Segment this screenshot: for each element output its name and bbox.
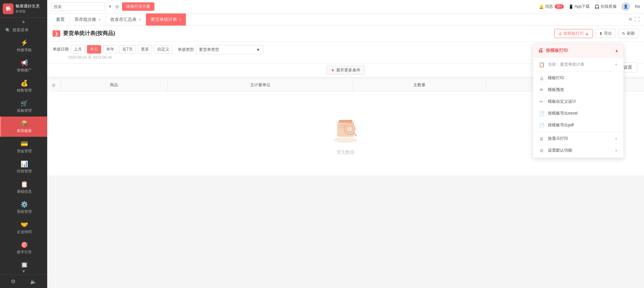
type-filter-controls: 单据类型 要货单类型 ▼	[178, 45, 263, 54]
mobile-icon: 📱	[568, 4, 574, 9]
sidebar-item-guide[interactable]: 🎯 新手引导	[0, 238, 47, 258]
messages-btn[interactable]: 🔔 消息 99+	[539, 4, 564, 9]
tab-receipts-summary[interactable]: 收发存汇总表 ×	[106, 13, 146, 26]
sidebar-search-label: 搜索菜单	[12, 27, 29, 33]
type-filter-value: 要货单类型	[199, 47, 219, 53]
sidebar-item-label: 采购管理	[17, 108, 32, 113]
print-export-excel[interactable]: 📄 按模板导出excel	[533, 107, 623, 119]
topbar-search-input[interactable]	[51, 2, 105, 11]
print-current-icon: 📋	[538, 62, 545, 67]
sidebar-item-marketing[interactable]: 📢 营销推广	[0, 56, 47, 76]
type-filter-label: 单据类型	[178, 47, 194, 53]
app-download-btn[interactable]: 📱 App下载	[568, 4, 590, 9]
tab-order-stats-close[interactable]: ×	[179, 18, 181, 22]
username: Rit	[635, 4, 640, 9]
sidebar-item-inventory[interactable]: 📦 库存核算	[0, 117, 47, 137]
online-service-btn[interactable]: 🎧 在线客服	[594, 4, 617, 9]
trial-btn[interactable]: 体验行业方案	[122, 2, 154, 11]
topbar: ▼ ⚙ 体验行业方案 🔔 消息 99+ 📱 App下载 🎧 在线客服 👤 Rit	[47, 0, 644, 13]
th-product: 商品	[61, 79, 168, 91]
expand-conditions-btn[interactable]: ▼ 展开更多条件	[326, 66, 365, 75]
topbar-dropdown-arrow[interactable]: ▼	[108, 4, 112, 9]
sidebar-item-purchase[interactable]: 🛒 采购管理	[0, 96, 47, 117]
sidebar-item-label: 新手引导	[17, 250, 32, 255]
print-current-label: 当前：要货单统计表	[548, 62, 584, 67]
th-quantity: 主数量	[353, 79, 486, 91]
scroll-up-btn[interactable]: ▲	[0, 18, 47, 25]
sidebar-item-collab[interactable]: 🤝 企业协同	[0, 218, 47, 238]
print-dropdown-header[interactable]: 🖨 按模板打印 ▲	[533, 44, 623, 57]
date-filter-controls: 单据日期 上月 本月 本年 近7天 更多 自定义	[53, 45, 172, 54]
print-export-pdf[interactable]: 📄 按模板导出pdf	[533, 119, 623, 131]
sidebar-item-quick-nav[interactable]: ⚡ 快捷导航	[0, 36, 47, 56]
print-template-preview[interactable]: 👁 模板预览	[533, 84, 623, 96]
sidebar-item-appstore[interactable]: 🔲 应用中心	[0, 258, 47, 268]
expand-tabs-btn[interactable]: ⛶	[635, 16, 640, 23]
tab-order-stats[interactable]: 要货单统计表 ×	[146, 13, 186, 26]
tab-order-stats-label: 要货单统计表	[151, 17, 177, 23]
tab-inventory-batch-close[interactable]: ×	[98, 18, 100, 22]
date-last-7-days-btn[interactable]: 近7天	[119, 45, 136, 54]
settings-bottom-icon[interactable]: ⚙	[11, 278, 16, 285]
finance-icon: 💳	[21, 140, 28, 148]
sidebar-item-finance[interactable]: 💳 资金管理	[0, 137, 47, 157]
sidebar-item-operation[interactable]: 📊 经营管理	[0, 157, 47, 177]
refresh-label: 刷新	[627, 31, 635, 36]
tab-receipts-summary-close[interactable]: ×	[139, 18, 141, 22]
speaker-icon[interactable]: 🔈	[30, 278, 37, 285]
scroll-down-btn[interactable]: ▼	[0, 268, 47, 275]
guide-icon: 🎯	[21, 241, 28, 249]
appstore-icon: 🔲	[21, 261, 28, 268]
tab-inventory-batch-label: 库存批次账	[75, 17, 96, 23]
date-current-year-btn[interactable]: 本年	[103, 45, 117, 54]
purchase-icon: 🛒	[21, 100, 28, 107]
display-print-arrow: ▼	[614, 137, 618, 141]
sidebar-item-system[interactable]: ⚙️ 系统管理	[0, 197, 47, 218]
print-dropdown-menu: 🖨 按模板打印 ▲ 📋 当前：要货单统计表 ▼ 🖨 模板打印 👁 模板预览 ✏ …	[533, 44, 624, 158]
topbar-gear-icon[interactable]: ⚙	[115, 4, 119, 9]
export-btn[interactable]: ⬆ 导出	[595, 29, 616, 38]
sidebar-item-label: 销售管理	[17, 88, 32, 93]
print-template-design[interactable]: ✏ 模板自定义设计	[533, 96, 623, 107]
preview-icon: 👁	[538, 87, 545, 93]
quick-nav-icon: ⚡	[21, 39, 28, 46]
avatar-placeholder: 👤	[623, 4, 628, 9]
topbar-right: 🔔 消息 99+ 📱 App下载 🎧 在线客服 👤 Rit	[539, 2, 640, 11]
sidebar-item-label: 资金管理	[17, 149, 32, 154]
collapse-sidebar-btn[interactable]: ❯	[53, 30, 60, 37]
set-default-func[interactable]: ⚙ 设置默认功能 ▼	[533, 145, 623, 156]
sidebar-search[interactable]: 🔍 搜索菜单	[0, 25, 47, 36]
template-design-label: 模板自定义设计	[548, 99, 576, 104]
close-all-tabs-btn[interactable]: ✕	[628, 16, 633, 23]
sidebar-item-label: 基础信息	[17, 189, 32, 194]
print-current-template[interactable]: 📋 当前：要货单统计表 ▼	[533, 59, 623, 70]
sidebar-item-sales[interactable]: 💰 销售管理	[0, 76, 47, 96]
column-settings-icon[interactable]: ⚙	[52, 83, 56, 88]
print-dropdown-section: 📋 当前：要货单统计表 ▼ 🖨 模板打印 👁 模板预览 ✏ 模板自定义设计 📄 …	[533, 57, 623, 158]
sidebar-item-label: 系统管理	[17, 209, 32, 214]
tab-receipts-summary-label: 收发存汇总表	[110, 17, 137, 23]
sidebar-nav: ⚡ 快捷导航 📢 营销推广 💰 销售管理 🛒 采购管理 📦 库存核算 💳 资金管…	[0, 36, 47, 268]
system-icon: ⚙️	[21, 201, 28, 208]
sidebar-item-basic[interactable]: 📋 基础信息	[0, 177, 47, 197]
tab-inventory-batch[interactable]: 库存批次账 ×	[70, 13, 106, 26]
date-current-month-btn[interactable]: 本月	[87, 45, 101, 54]
collab-icon: 🤝	[21, 221, 28, 228]
refresh-btn[interactable]: ↻ 刷新	[618, 29, 639, 38]
type-filter-select[interactable]: 要货单类型 ▼	[196, 45, 263, 54]
user-avatar[interactable]: 👤	[621, 2, 630, 11]
sales-icon: 💰	[21, 79, 28, 87]
date-more-btn[interactable]: 更多	[138, 45, 152, 54]
svg-rect-2	[339, 120, 352, 123]
date-prev-month-btn[interactable]: 上月	[71, 45, 85, 54]
display-print-icon: 🖥	[538, 136, 545, 141]
export-icon: ⬆	[599, 31, 603, 36]
tab-home[interactable]: 首页	[51, 13, 70, 26]
print-template-btn[interactable]: 🖨 按模板打印 ▲	[554, 29, 593, 38]
date-range-text: 2023-06-01 至 2023-06-30	[68, 55, 172, 60]
print-display[interactable]: 🖥 按显示打印 ▼	[533, 133, 623, 145]
print-template-print[interactable]: 🖨 模板打印	[533, 72, 623, 84]
date-custom-btn[interactable]: 自定义	[154, 45, 172, 54]
export-label: 导出	[604, 31, 612, 36]
default-func-arrow: ▼	[614, 149, 618, 153]
